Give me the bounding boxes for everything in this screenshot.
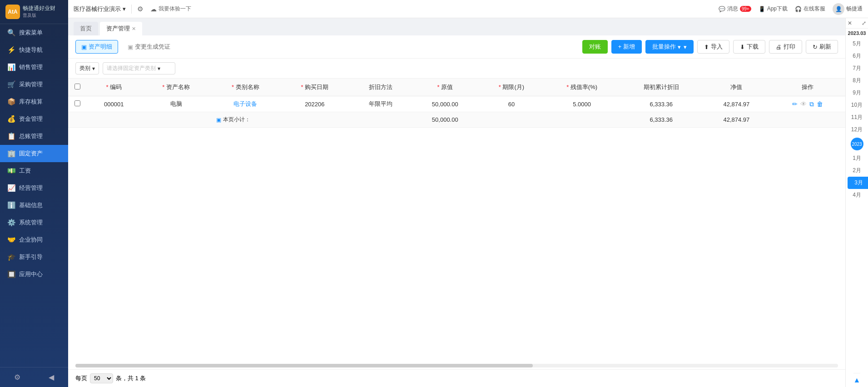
month-item-1[interactable]: 1月 <box>846 152 868 164</box>
user-menu[interactable]: 👤 畅捷通 <box>833 3 863 15</box>
settings-icon[interactable]: ⚙ <box>137 5 143 13</box>
sidebar-item-system[interactable]: ⚙️ 系统管理 <box>0 214 68 231</box>
delete-button[interactable]: 🗑 <box>817 100 823 108</box>
sidebar-item-sales[interactable]: 📊 销售管理 <box>0 59 68 76</box>
new-button[interactable]: + 新增 <box>611 40 642 54</box>
td-name: 电脑 <box>141 96 211 112</box>
sidebar-item-label: 搜索菜单 <box>19 29 43 37</box>
panel-expand-icon[interactable]: ⤢ <box>862 20 866 26</box>
category-placeholder: 请选择固定资产类别 <box>107 64 156 72</box>
sidebar-item-ledger[interactable]: 📋 总账管理 <box>0 128 68 145</box>
sidebar-item-basic-info[interactable]: ℹ️ 基础信息 <box>0 197 68 214</box>
pagination: 每页 50 100 200 条，共 1 条 <box>68 369 845 387</box>
company-selector[interactable]: 医疗器械行业演示 ▾ <box>74 5 126 13</box>
print-button[interactable]: 🖨 打印 <box>769 40 802 54</box>
month-item-2[interactable]: 2月 <box>846 164 868 177</box>
month-item-7[interactable]: 7月 <box>846 62 868 74</box>
panel-bottom: ▲ <box>853 373 861 387</box>
subtotal-net-value: 42,874.97 <box>703 112 770 128</box>
business-icon: 📈 <box>7 184 15 192</box>
month-item-5[interactable]: 5月 <box>846 38 868 50</box>
sub-toolbar: ▣ 资产明细 ▣ 变更生成凭证 对账 + 新增 批量操作 ▾ <box>68 35 845 59</box>
sidebar-item-search[interactable]: 🔍 搜索菜单 <box>0 24 68 41</box>
sidebar-item-guide[interactable]: 🎓 新手引导 <box>0 248 68 266</box>
sidebar-item-payroll[interactable]: 💵 工资 <box>0 162 68 179</box>
category-value-filter[interactable]: 请选择固定资产类别 ▾ <box>103 62 175 74</box>
sidebar-item-inventory[interactable]: 📦 库存核算 <box>0 93 68 110</box>
batch-ops-button[interactable]: 批量操作 ▾ <box>645 40 694 54</box>
page-main: ▣ 资产明细 ▣ 变更生成凭证 对账 + 新增 批量操作 ▾ <box>68 35 845 387</box>
logo-icon: AtA <box>5 5 20 19</box>
tab-asset-detail[interactable]: ▣ 资产明细 <box>75 40 118 54</box>
select-all-checkbox[interactable] <box>74 84 80 89</box>
sidebar-item-quick-nav[interactable]: ⚡ 快捷导航 <box>0 41 68 59</box>
purchase-icon: 🛒 <box>7 80 15 89</box>
month-item-10[interactable]: 10月 <box>846 99 868 111</box>
month-item-9[interactable]: 9月 <box>846 87 868 99</box>
sidebar-item-business[interactable]: 📈 经营管理 <box>0 179 68 197</box>
td-checkbox <box>68 96 86 112</box>
basic-info-icon: ℹ️ <box>7 201 15 209</box>
month-item-12[interactable]: 12月 <box>846 124 868 136</box>
scrollbar-thumb[interactable] <box>75 364 533 367</box>
sidebar-item-enterprise[interactable]: 🤝 企业协同 <box>0 231 68 248</box>
view-button[interactable]: 👁 <box>800 100 807 108</box>
td-action: ✏ 👁 ⧉ 🗑 <box>770 96 845 112</box>
tab-home[interactable]: 首页 <box>74 22 98 35</box>
panel-close-icon[interactable]: ✕ <box>848 20 852 26</box>
edit-button[interactable]: ✏ <box>792 100 798 108</box>
payroll-icon: 💵 <box>7 167 15 175</box>
copy-button[interactable]: ⧉ <box>809 100 814 108</box>
month-item-4[interactable]: 4月 <box>846 189 868 201</box>
panel-up-icon[interactable]: ▲ <box>853 376 861 384</box>
experience-label: 我要体验一下 <box>159 5 191 13</box>
row-checkbox[interactable] <box>74 100 80 106</box>
month-item-11[interactable]: 11月 <box>846 111 868 124</box>
month-item-6[interactable]: 6月 <box>846 50 868 62</box>
experience-link[interactable]: ☁ 我要体验一下 <box>150 5 191 13</box>
import-button[interactable]: ⬆ 导入 <box>697 40 729 54</box>
sidebar-item-label: 固定资产 <box>19 149 43 158</box>
horizontal-scrollbar[interactable] <box>75 364 838 367</box>
sidebar-item-fixed-assets[interactable]: 🏢 固定资产 <box>0 145 68 162</box>
print-label: 打印 <box>784 43 795 51</box>
sidebar-item-purchase[interactable]: 🛒 采购管理 <box>0 76 68 93</box>
collapse-icon[interactable]: ◀ <box>47 371 56 383</box>
category-value-dropdown-icon: ▾ <box>158 65 160 72</box>
refresh-button[interactable]: ↻ 刷新 <box>806 40 838 54</box>
asset-detail-icon: ▣ <box>81 44 87 50</box>
settings-bottom-icon[interactable]: ⚙ <box>12 371 22 383</box>
tab-bar: 首页 资产管理 ✕ <box>68 18 845 35</box>
message-button[interactable]: 💬 消息 99+ <box>719 5 751 13</box>
sidebar-item-label: 资金管理 <box>19 115 43 123</box>
per-page-label: 每页 <box>75 374 87 382</box>
tab-asset-mgmt[interactable]: 资产管理 ✕ <box>100 22 142 35</box>
app-download-button[interactable]: 📱 App下载 <box>759 5 788 13</box>
action-buttons: ✏ 👁 ⧉ 🗑 <box>775 100 840 108</box>
td-residual-rate: 5.0000 <box>544 96 620 112</box>
sidebar-item-label: 应用中心 <box>19 270 43 278</box>
sidebar-item-app-center[interactable]: 🔲 应用中心 <box>0 266 68 283</box>
subtotal-label-text: 本页小计： <box>223 116 250 124</box>
download-button[interactable]: ⬇ 下载 <box>733 40 765 54</box>
category-filter[interactable]: 类别 ▾ <box>75 62 99 74</box>
sidebar-item-capital[interactable]: 💰 资金管理 <box>0 110 68 128</box>
th-action: 操作 <box>770 79 845 96</box>
logo-text-block: 畅捷通好业财 普及版 <box>23 5 55 19</box>
fixed-assets-icon: 🏢 <box>7 149 15 158</box>
per-page-select[interactable]: 50 100 200 <box>90 373 113 383</box>
tab-change-voucher[interactable]: ▣ 变更生成凭证 <box>122 40 176 54</box>
month-item-8[interactable]: 8月 <box>846 74 868 87</box>
tab-close-icon[interactable]: ✕ <box>132 26 136 32</box>
online-service-button[interactable]: 🎧 在线客服 <box>795 5 825 13</box>
right-panel: ✕ ⤢ 2023.03 5月 6月 7月 8月 9月 10月 11月 12月 2… <box>845 18 868 387</box>
year-2023-badge[interactable]: 2023 <box>851 138 863 150</box>
td-code: 000001 <box>86 96 141 112</box>
reconcile-button[interactable]: 对账 <box>582 40 608 54</box>
refresh-icon: ↻ <box>813 44 818 50</box>
app-logo: AtA 畅捷通好业财 普及版 <box>0 0 68 24</box>
enterprise-icon: 🤝 <box>7 236 15 244</box>
tab-asset-mgmt-label: 资产管理 <box>106 25 130 33</box>
search-icon: 🔍 <box>7 29 15 37</box>
month-item-3-active[interactable]: 3月 <box>848 177 868 189</box>
